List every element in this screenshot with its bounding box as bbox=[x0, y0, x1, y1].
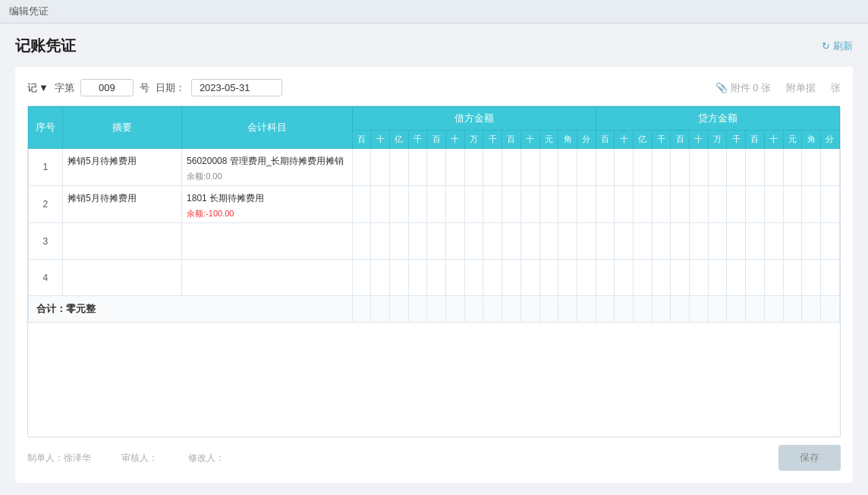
voucher-number-input[interactable] bbox=[80, 79, 134, 96]
row-account[interactable] bbox=[182, 260, 353, 296]
debit-cell[interactable] bbox=[446, 186, 465, 223]
credit-cell[interactable] bbox=[615, 260, 634, 296]
debit-cell[interactable] bbox=[446, 223, 465, 260]
credit-cell[interactable] bbox=[634, 223, 653, 260]
credit-cell[interactable] bbox=[820, 186, 839, 223]
credit-cell[interactable] bbox=[746, 149, 765, 186]
credit-cell[interactable] bbox=[802, 260, 821, 296]
credit-cell[interactable] bbox=[690, 186, 709, 223]
credit-cell[interactable] bbox=[746, 186, 765, 223]
credit-cell[interactable] bbox=[652, 260, 671, 296]
credit-cell[interactable] bbox=[671, 260, 690, 296]
credit-cell[interactable] bbox=[596, 186, 615, 223]
debit-cell[interactable] bbox=[502, 186, 521, 223]
debit-cell[interactable] bbox=[464, 149, 483, 186]
credit-cell[interactable] bbox=[727, 223, 746, 260]
debit-cell[interactable] bbox=[539, 149, 558, 186]
debit-cell[interactable] bbox=[464, 260, 483, 296]
credit-cell[interactable] bbox=[727, 260, 746, 296]
debit-cell[interactable] bbox=[446, 149, 465, 186]
row-memo[interactable]: 摊销5月待摊费用 bbox=[62, 186, 181, 223]
credit-cell[interactable] bbox=[708, 260, 727, 296]
debit-cell[interactable] bbox=[558, 186, 577, 223]
type-select[interactable]: 记 ▼ bbox=[27, 81, 49, 95]
debit-cell[interactable] bbox=[352, 223, 371, 260]
credit-cell[interactable] bbox=[820, 149, 839, 186]
debit-cell[interactable] bbox=[390, 186, 409, 223]
credit-cell[interactable] bbox=[708, 186, 727, 223]
debit-cell[interactable] bbox=[483, 149, 502, 186]
debit-cell[interactable] bbox=[371, 260, 390, 296]
debit-cell[interactable] bbox=[390, 260, 409, 296]
debit-cell[interactable] bbox=[558, 149, 577, 186]
credit-cell[interactable] bbox=[652, 149, 671, 186]
debit-cell[interactable] bbox=[502, 149, 521, 186]
debit-cell[interactable] bbox=[408, 186, 427, 223]
debit-cell[interactable] bbox=[558, 223, 577, 260]
credit-cell[interactable] bbox=[764, 223, 783, 260]
credit-cell[interactable] bbox=[634, 186, 653, 223]
row-account[interactable]: 56020008 管理费用_长期待摊费用摊销余额:0.00 bbox=[182, 149, 353, 186]
debit-cell[interactable] bbox=[464, 186, 483, 223]
credit-cell[interactable] bbox=[783, 149, 802, 186]
credit-cell[interactable] bbox=[596, 223, 615, 260]
debit-cell[interactable] bbox=[390, 223, 409, 260]
debit-cell[interactable] bbox=[371, 223, 390, 260]
debit-cell[interactable] bbox=[577, 149, 596, 186]
debit-cell[interactable] bbox=[427, 260, 446, 296]
credit-cell[interactable] bbox=[634, 149, 653, 186]
debit-cell[interactable] bbox=[520, 260, 539, 296]
debit-cell[interactable] bbox=[408, 149, 427, 186]
debit-cell[interactable] bbox=[539, 223, 558, 260]
credit-cell[interactable] bbox=[783, 186, 802, 223]
debit-cell[interactable] bbox=[427, 186, 446, 223]
row-account[interactable]: 1801 长期待摊费用余额:-100.00 bbox=[182, 186, 353, 223]
debit-cell[interactable] bbox=[427, 223, 446, 260]
credit-cell[interactable] bbox=[690, 223, 709, 260]
debit-cell[interactable] bbox=[520, 223, 539, 260]
debit-cell[interactable] bbox=[483, 186, 502, 223]
credit-cell[interactable] bbox=[615, 186, 634, 223]
debit-cell[interactable] bbox=[352, 149, 371, 186]
credit-cell[interactable] bbox=[764, 149, 783, 186]
credit-cell[interactable] bbox=[671, 149, 690, 186]
debit-cell[interactable] bbox=[520, 186, 539, 223]
debit-cell[interactable] bbox=[427, 149, 446, 186]
credit-cell[interactable] bbox=[615, 223, 634, 260]
credit-cell[interactable] bbox=[820, 260, 839, 296]
row-memo[interactable] bbox=[62, 260, 181, 296]
credit-cell[interactable] bbox=[802, 149, 821, 186]
credit-cell[interactable] bbox=[708, 223, 727, 260]
credit-cell[interactable] bbox=[690, 149, 709, 186]
credit-cell[interactable] bbox=[708, 149, 727, 186]
credit-cell[interactable] bbox=[764, 186, 783, 223]
debit-cell[interactable] bbox=[577, 186, 596, 223]
credit-cell[interactable] bbox=[783, 223, 802, 260]
credit-cell[interactable] bbox=[764, 260, 783, 296]
debit-cell[interactable] bbox=[390, 149, 409, 186]
credit-cell[interactable] bbox=[634, 260, 653, 296]
row-memo[interactable] bbox=[62, 223, 181, 260]
credit-cell[interactable] bbox=[596, 149, 615, 186]
credit-cell[interactable] bbox=[652, 186, 671, 223]
debit-cell[interactable] bbox=[539, 260, 558, 296]
debit-cell[interactable] bbox=[352, 186, 371, 223]
credit-cell[interactable] bbox=[596, 260, 615, 296]
debit-cell[interactable] bbox=[483, 223, 502, 260]
debit-cell[interactable] bbox=[464, 223, 483, 260]
credit-cell[interactable] bbox=[802, 186, 821, 223]
debit-cell[interactable] bbox=[502, 260, 521, 296]
credit-cell[interactable] bbox=[615, 149, 634, 186]
debit-cell[interactable] bbox=[408, 260, 427, 296]
date-input[interactable] bbox=[191, 79, 282, 96]
debit-cell[interactable] bbox=[558, 260, 577, 296]
debit-cell[interactable] bbox=[408, 223, 427, 260]
debit-cell[interactable] bbox=[371, 149, 390, 186]
debit-cell[interactable] bbox=[483, 260, 502, 296]
credit-cell[interactable] bbox=[802, 223, 821, 260]
credit-cell[interactable] bbox=[727, 186, 746, 223]
credit-cell[interactable] bbox=[671, 223, 690, 260]
debit-cell[interactable] bbox=[577, 260, 596, 296]
credit-cell[interactable] bbox=[746, 223, 765, 260]
save-button[interactable]: 保存 bbox=[778, 445, 841, 471]
